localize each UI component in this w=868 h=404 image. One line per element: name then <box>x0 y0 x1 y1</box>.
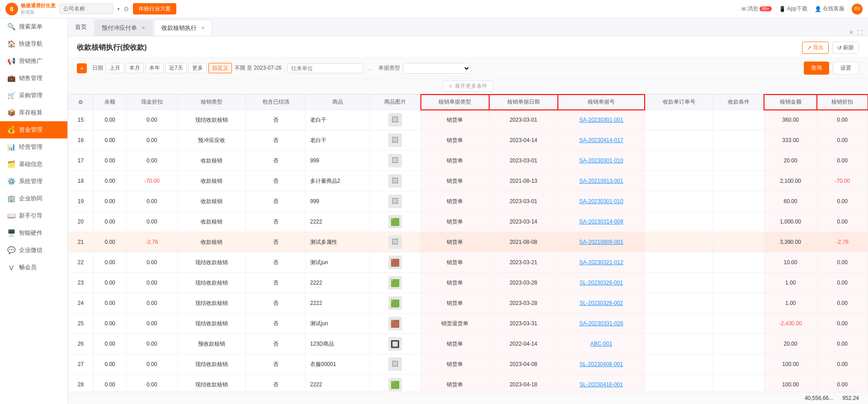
cell-bill-no-1[interactable]: SA-20230414-017 <box>558 130 645 151</box>
col-header-bill-type: 核销单据类型 <box>421 95 489 110</box>
sidebar-item-enterprise[interactable]: 🏢企业协同 <box>0 190 67 207</box>
sidebar-label-marketing: 营销推广 <box>19 57 42 65</box>
cell-bill-no-0[interactable]: SA-20230301-001 <box>558 110 645 130</box>
tab-home[interactable]: 首页 <box>68 19 94 36</box>
col-header-writeoff-amount: 核销金额 <box>764 95 817 110</box>
sidebar-item-purchase[interactable]: 🛒采购管理 <box>0 87 67 104</box>
sidebar-label-inventory: 库存核算 <box>19 109 42 117</box>
main-layout: 🔍搜索菜单🏠快捷导航📢营销推广💼销售管理🛒采购管理📦库存核算💰资金管理📊经营管理… <box>0 18 868 404</box>
cell-receipt-order-no-2 <box>645 151 713 171</box>
col-header-product-img: 商品图片 <box>370 95 420 110</box>
cell-bill-no-5[interactable]: SA-20230314-008 <box>558 212 645 232</box>
sidebar-item-base[interactable]: 🗂️基础信息 <box>0 156 67 173</box>
tab-receipt-exec[interactable]: 收款核销执行 ✕ <box>154 19 212 36</box>
export-button[interactable]: ↗ 导出 <box>802 42 829 54</box>
cell-bill-no-6[interactable]: SA-20210808-001 <box>558 232 645 252</box>
cell-idx-11: 26 <box>68 334 94 354</box>
cell-bill-type-13: 销货单 <box>421 375 489 392</box>
cell-bill-no-2[interactable]: SA-20230301-010 <box>558 151 645 171</box>
cell-receipt-order-no-1 <box>645 130 713 151</box>
cell-product-img-4: 🖼 <box>370 191 420 212</box>
cell-writeoff-type-13: 现结收款核销 <box>177 375 245 392</box>
tab-prepay-close-icon[interactable]: ✕ <box>142 25 145 30</box>
cell-product-img-8: 🟩 <box>370 273 420 293</box>
sidebar-label-weixin: 企业微信 <box>19 246 42 254</box>
expand-more-bar: ∨ 展开更多条件 <box>68 79 868 94</box>
company-dropdown-icon[interactable]: ▾ <box>117 6 120 12</box>
cell-bill-no-8[interactable]: SL-20230328-001 <box>558 273 645 293</box>
cell-writeoff-type-4: 收款核销 <box>177 191 245 212</box>
cell-bill-no-12[interactable]: SL-20230408-001 <box>558 354 645 375</box>
cell-bill-no-7[interactable]: SA-20230321-012 <box>558 252 645 273</box>
filter-bill-type-select[interactable] <box>403 63 471 74</box>
date-btn-more[interactable]: 更多 <box>189 63 207 73</box>
online-service-button[interactable]: 👤 在线客服 <box>815 5 844 13</box>
cell-include-settled-13: 否 <box>246 375 306 392</box>
sidebar-item-system[interactable]: ⚙️系统管理 <box>0 173 67 190</box>
industry-solution-button[interactable]: 休验行业方案 <box>133 3 176 14</box>
search-button[interactable]: 查询 <box>804 62 829 75</box>
cell-bill-no-11[interactable]: ABC-001 <box>558 334 645 354</box>
footer-total-amount: 40,556,66... <box>805 395 833 401</box>
col-header-include-settled: 包含已结清 <box>246 95 306 110</box>
tab-receipt-exec-close-icon[interactable]: ✕ <box>201 25 205 30</box>
cell-bill-date-4: 2023-03-01 <box>489 191 557 212</box>
user-menu-button[interactable]: Rit <box>852 4 863 14</box>
sidebar-item-newbie[interactable]: 📖新手引导 <box>0 207 67 224</box>
cell-bill-no-9[interactable]: SL-20230328-002 <box>558 293 645 314</box>
cell-idx-7: 22 <box>68 252 94 273</box>
filter-expand-button[interactable]: » <box>77 63 87 73</box>
sidebar-icon-system: ⚙️ <box>7 177 15 185</box>
sidebar-item-finance[interactable]: 💰资金管理 <box>0 121 67 138</box>
cell-writeoff-amount-8: 1.00 <box>764 273 817 293</box>
refresh-button[interactable]: ↺ 刷新 <box>832 42 859 54</box>
cell-include-settled-11: 否 <box>246 334 306 354</box>
cell-bill-type-6: 销货单 <box>421 232 489 252</box>
date-btn-this-year[interactable]: 本年 <box>146 63 164 73</box>
cell-idx-1: 16 <box>68 130 94 151</box>
tab-prepay[interactable]: 预付冲应付单 ✕ <box>94 19 153 36</box>
filter-settings-button[interactable]: 设置 <box>833 62 859 75</box>
sidebar-item-marketing[interactable]: 📢营销推广 <box>0 52 67 70</box>
cell-receipt-condition-3 <box>713 171 764 191</box>
date-btn-custom[interactable]: 自定义 <box>208 63 232 73</box>
top-bar: 6 畅捷通谱好生意标准版 公司名称 ▾ ⚙ 休验行业方案 ✉ 消息 99+ 📱 … <box>0 0 868 18</box>
app-download-button[interactable]: 📱 App下载 <box>779 5 807 13</box>
cell-writeoff-amount-4: 60.00 <box>764 191 817 212</box>
cell-product-8: 2222 <box>305 273 370 293</box>
cell-product-10: 测试jun <box>305 314 370 334</box>
cell-receipt-condition-8 <box>713 273 764 293</box>
date-btn-this-month[interactable]: 本月 <box>126 63 144 73</box>
cell-bill-no-3[interactable]: SA-20210813-001 <box>558 171 645 191</box>
refresh-icon: ↺ <box>837 45 842 51</box>
cell-receipt-order-no-4 <box>645 191 713 212</box>
messages-button[interactable]: ✉ 消息 99+ <box>741 5 772 13</box>
sidebar-item-smart-hw[interactable]: 🖥️智能硬件 <box>0 224 67 242</box>
sidebar-item-inventory[interactable]: 📦库存核算 <box>0 104 67 121</box>
cell-bill-no-13[interactable]: SL-20230418-001 <box>558 375 645 392</box>
filter-bar: » 日期 上月 本月 本年 近7天 更多 自定义 不限 至 2023-07-26 <box>68 58 868 79</box>
cell-product-img-5: 🟩 <box>370 212 420 232</box>
tab-close-all-icon[interactable]: ✕ <box>849 29 854 36</box>
cell-include-settled-6: 否 <box>246 232 306 252</box>
sidebar-item-weixin[interactable]: 💬企业微信 <box>0 242 67 259</box>
cell-bill-type-10: 销货退货单 <box>421 314 489 334</box>
sidebar-item-member[interactable]: V畅会员 <box>0 259 67 276</box>
sidebar-item-search[interactable]: 🔍搜索菜单 <box>0 18 67 35</box>
settings-gear-icon[interactable]: ⚙ <box>123 5 129 13</box>
date-btn-last-month[interactable]: 上月 <box>106 63 124 73</box>
expand-more-button[interactable]: ∨ 展开更多条件 <box>443 81 493 92</box>
sidebar-item-sales[interactable]: 💼销售管理 <box>0 70 67 87</box>
company-selector[interactable]: 公司名称 <box>59 4 113 14</box>
cell-receipt-condition-2 <box>713 151 764 171</box>
date-btn-last-7-days[interactable]: 近7天 <box>165 63 187 73</box>
cell-bill-date-10: 2023-03-31 <box>489 314 557 334</box>
sidebar-item-operations[interactable]: 📊经营管理 <box>0 138 67 156</box>
cell-receipt-order-no-8 <box>645 273 713 293</box>
tab-maximize-icon[interactable]: ⛶ <box>857 29 863 36</box>
sidebar-item-quick-nav[interactable]: 🏠快捷导航 <box>0 35 67 52</box>
cell-bill-no-10[interactable]: SA-20230331-026 <box>558 314 645 334</box>
filter-partner-input[interactable] <box>287 63 363 73</box>
cell-bill-no-4[interactable]: SA-20230301-010 <box>558 191 645 212</box>
cell-cash-discount-0: 0.00 <box>127 110 177 130</box>
